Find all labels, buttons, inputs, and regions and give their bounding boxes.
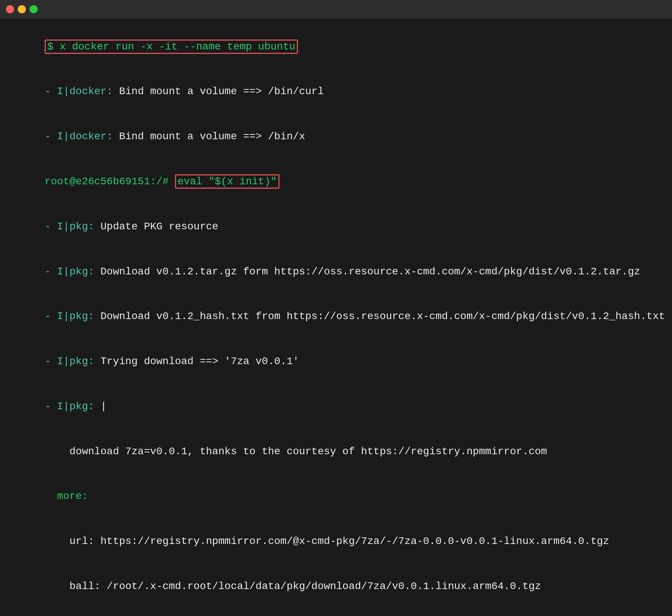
more-content: ball: /root/.x-cmd.root/local/data/pkg/d… [45, 581, 541, 592]
minimize-button[interactable] [18, 5, 26, 13]
title-bar [0, 0, 672, 18]
info-prefix: - I|docker: [45, 86, 113, 97]
terminal-line: - I|pkg: Download v0.1.2.tar.gz form htt… [7, 249, 665, 294]
terminal-line: - I|docker: Bind mount a volume ==> /bin… [7, 69, 665, 114]
close-button[interactable] [6, 5, 14, 13]
info-prefix: - I|pkg: [45, 221, 94, 232]
eval-command: eval "$(x init)" [175, 174, 280, 189]
terminal-line: - I|pkg: Update PKG resource [7, 204, 665, 249]
terminal-line: root@e26c56b69151:/# eval "$(x init)" [7, 159, 665, 204]
terminal-content: $ x docker run -x -it --name temp ubuntu… [0, 18, 672, 616]
terminal-line: ball: /root/.x-cmd.root/local/data/pkg/d… [7, 564, 665, 609]
terminal-line: - I|pkg: Download v0.1.2_hash.txt from h… [7, 294, 665, 339]
terminal-line: $ x docker run -x -it --name temp ubuntu [7, 24, 665, 69]
terminal-line: - I|docker: Bind mount a volume ==> /bin… [7, 114, 665, 160]
more-label: more: [45, 490, 88, 502]
info-text: download 7za=v0.0.1, thanks to the court… [45, 446, 547, 457]
info-text: | [94, 401, 107, 412]
info-text: Update PKG resource [94, 221, 218, 232]
maximize-button[interactable] [30, 5, 38, 13]
more-content: url: https://registry.npmmirror.com/@x-c… [45, 535, 609, 547]
info-prefix: - I|pkg: [45, 266, 94, 277]
info-prefix: - I|pkg: [45, 401, 94, 412]
terminal-window: $ x docker run -x -it --name temp ubuntu… [0, 0, 672, 616]
info-text: Bind mount a volume ==> /bin/x [113, 131, 305, 142]
prompt-text: root@e26c56b69151:/# [45, 176, 175, 187]
info-prefix: - I|docker: [45, 131, 113, 142]
terminal-line: - I|pkg: | [7, 384, 665, 429]
terminal-line: download 7za=v0.0.1, thanks to the court… [7, 429, 665, 474]
info-prefix: - I|pkg: [45, 356, 94, 367]
command-highlight: $ x docker run -x -it --name temp ubuntu [45, 40, 298, 54]
terminal-line: name: 7za [7, 609, 665, 616]
terminal-line: more: [7, 474, 665, 519]
info-text: Trying download ==> '7za v0.0.1' [94, 356, 299, 367]
info-text: Download v0.1.2_hash.txt from https://os… [94, 311, 665, 322]
info-text: Bind mount a volume ==> /bin/curl [113, 86, 324, 97]
terminal-line: - I|pkg: Trying download ==> '7za v0.0.1… [7, 339, 665, 384]
info-text: Download v0.1.2.tar.gz form https://oss.… [94, 266, 640, 277]
terminal-line: url: https://registry.npmmirror.com/@x-c… [7, 519, 665, 564]
info-prefix: - I|pkg: [45, 311, 94, 322]
